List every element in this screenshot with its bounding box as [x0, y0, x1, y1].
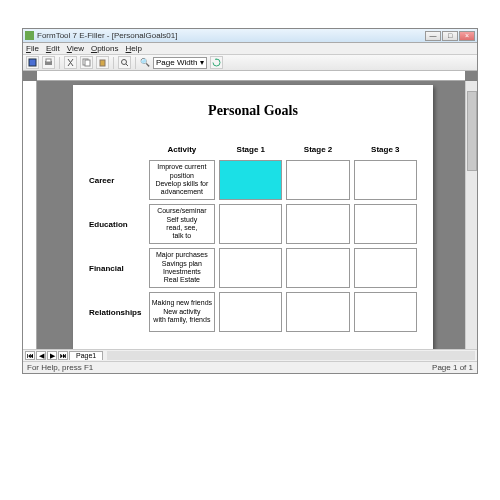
form-cell[interactable] [354, 248, 417, 288]
menu-options[interactable]: Options [91, 44, 119, 53]
tabbar: ⏮ ◀ ▶ ⏭ Page1 [23, 349, 477, 361]
menu-file[interactable]: File [26, 44, 39, 53]
svg-rect-5 [100, 60, 105, 66]
form-cell[interactable] [219, 292, 282, 332]
table-row: CareerImprove current positionDevelop sk… [89, 160, 417, 200]
status-page: Page 1 of 1 [432, 363, 473, 372]
col-header: Activity [149, 143, 216, 156]
form-cell[interactable] [286, 160, 349, 200]
form-cell[interactable] [286, 292, 349, 332]
form-cell[interactable] [354, 204, 417, 244]
svg-rect-0 [29, 59, 36, 66]
form-cell[interactable]: Making new friendsNew activitywith famil… [149, 292, 216, 332]
app-icon [25, 31, 34, 40]
ruler-vertical [23, 81, 37, 349]
statusbar: For Help, press F1 Page 1 of 1 [23, 361, 477, 373]
menu-help[interactable]: Help [126, 44, 142, 53]
save-icon[interactable] [26, 56, 39, 69]
col-header: Stage 2 [286, 143, 349, 156]
print-icon[interactable] [42, 56, 55, 69]
status-help: For Help, press F1 [27, 363, 93, 372]
form-cell[interactable] [354, 292, 417, 332]
window-controls: — □ × [425, 31, 475, 41]
form-cell[interactable]: Improve current positionDevelop skills f… [149, 160, 216, 200]
form-cell[interactable]: Major purchasesSavings planInvestmentsRe… [149, 248, 216, 288]
tab-page1[interactable]: Page1 [69, 351, 103, 360]
chevron-down-icon: ▾ [200, 58, 204, 67]
form-cell[interactable]: Course/seminarSelf studyread, see,talk t… [149, 204, 216, 244]
copy-icon[interactable] [80, 56, 93, 69]
menubar: File Edit View Options Help [23, 43, 477, 55]
tab-prev-icon[interactable]: ◀ [36, 351, 46, 360]
zoom-icon: 🔍 [140, 58, 150, 67]
paste-icon[interactable] [96, 56, 109, 69]
svg-rect-2 [46, 59, 51, 62]
menu-edit[interactable]: Edit [46, 44, 60, 53]
tab-last-icon[interactable]: ⏭ [58, 351, 68, 360]
ruler-horizontal [37, 71, 465, 81]
svg-point-6 [122, 60, 127, 65]
form-cell[interactable] [286, 248, 349, 288]
toolbar: 🔍 Page Width ▾ [23, 55, 477, 71]
row-label: Relationships [89, 292, 145, 332]
form-cell[interactable] [219, 160, 282, 200]
form-cell[interactable] [219, 204, 282, 244]
table-row: EducationCourse/seminarSelf studyread, s… [89, 204, 417, 244]
document-page: Personal Goals Activity Stage 1 Stage 2 … [73, 85, 433, 349]
form-cell[interactable] [219, 248, 282, 288]
scrollbar-thumb[interactable] [467, 91, 477, 171]
svg-line-7 [126, 64, 128, 66]
row-label: Career [89, 160, 145, 200]
scrollbar-vertical[interactable] [465, 81, 477, 349]
row-label: Financial [89, 248, 145, 288]
titlebar-text: FormTool 7 E-Filler - [PersonalGoals01] [37, 31, 425, 40]
table-row: RelationshipsMaking new friendsNew activ… [89, 292, 417, 332]
close-button[interactable]: × [459, 31, 475, 41]
zoom-value: Page Width [156, 58, 197, 67]
toolbar-separator [59, 57, 60, 69]
document-title: Personal Goals [85, 103, 421, 119]
app-window: FormTool 7 E-Filler - [PersonalGoals01] … [22, 28, 478, 374]
menu-view[interactable]: View [67, 44, 84, 53]
col-header: Stage 1 [219, 143, 282, 156]
row-label: Education [89, 204, 145, 244]
form-cell[interactable] [286, 204, 349, 244]
toolbar-separator [135, 57, 136, 69]
refresh-icon[interactable] [210, 56, 223, 69]
col-header: Stage 3 [354, 143, 417, 156]
goals-table: Activity Stage 1 Stage 2 Stage 3 CareerI… [85, 139, 421, 336]
form-cell[interactable] [354, 160, 417, 200]
workspace: Personal Goals Activity Stage 1 Stage 2 … [23, 71, 477, 349]
zoom-dropdown[interactable]: Page Width ▾ [153, 57, 207, 69]
toolbar-separator [113, 57, 114, 69]
maximize-button[interactable]: □ [442, 31, 458, 41]
minimize-button[interactable]: — [425, 31, 441, 41]
cut-icon[interactable] [64, 56, 77, 69]
titlebar: FormTool 7 E-Filler - [PersonalGoals01] … [23, 29, 477, 43]
find-icon[interactable] [118, 56, 131, 69]
tab-first-icon[interactable]: ⏮ [25, 351, 35, 360]
svg-rect-4 [85, 60, 90, 66]
tab-scroll-area[interactable] [107, 351, 475, 360]
table-row: FinancialMajor purchasesSavings planInve… [89, 248, 417, 288]
tab-next-icon[interactable]: ▶ [47, 351, 57, 360]
